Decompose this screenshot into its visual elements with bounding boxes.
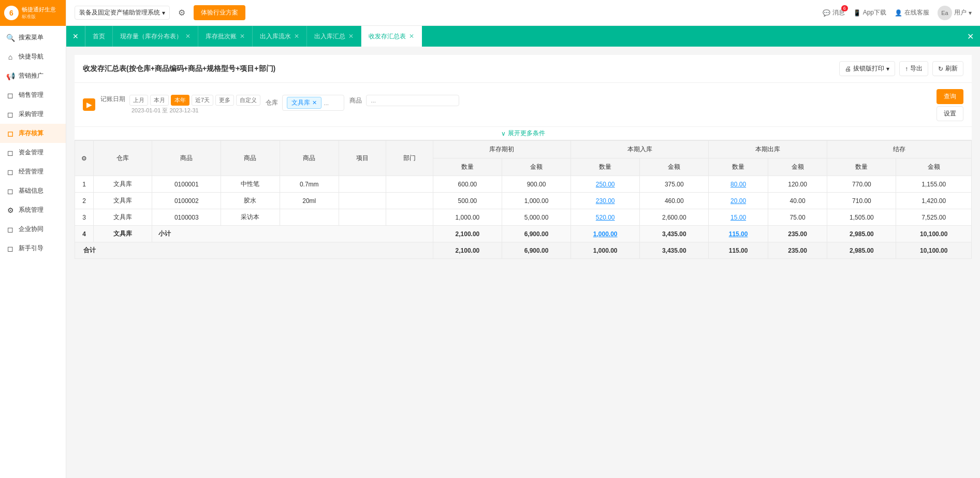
tab-close-icon[interactable]: ✕ — [294, 33, 299, 40]
warehouse-tag: 文具库 ✕ — [287, 97, 321, 109]
expand-icon: ∨ — [501, 130, 506, 137]
sidebar-item-quicknav[interactable]: ⌂ 快捷导航 — [0, 47, 66, 66]
tab-inout-flow[interactable]: 出入库流水 ✕ — [253, 26, 307, 47]
finance-icon: ◻ — [6, 149, 14, 157]
row-out-qty[interactable]: 80.00 — [709, 176, 768, 193]
tab-close-icon[interactable]: ✕ — [409, 33, 414, 40]
row-name: 胶水 — [221, 193, 280, 209]
row-opening-qty: 500.00 — [433, 193, 502, 209]
goods-more-btn[interactable]: ... — [371, 97, 376, 104]
subtotal-opening-amt: 6,900.00 — [502, 226, 571, 242]
system-icon: ⚙ — [6, 206, 14, 214]
tab-close-icon[interactable]: ✕ — [240, 33, 245, 40]
row-warehouse: 文具库 — [94, 193, 152, 209]
warehouse-tag-close[interactable]: ✕ — [312, 99, 317, 106]
tab-home[interactable]: 首页 — [85, 26, 113, 47]
subtotal-out-qty[interactable]: 115.00 — [709, 226, 768, 242]
content-header: 收发存汇总表(按仓库+商品编码+商品+规格型号+项目+部门) 🖨 拔锁版打印 ▾… — [75, 55, 972, 83]
row-out-qty[interactable]: 20.00 — [709, 193, 768, 209]
row-in-qty[interactable]: 250.00 — [571, 176, 640, 193]
trial-button[interactable]: 体验行业方案 — [194, 5, 245, 20]
warehouse-input[interactable]: 文具库 ✕ ... — [282, 95, 344, 111]
close-all-tabs-button[interactable]: ✕ — [66, 26, 85, 47]
row-balance-amt: 1,420.00 — [896, 193, 972, 209]
sidebar-item-guide[interactable]: ◻ 新手引导 — [0, 239, 66, 258]
row-opening-amt: 1,000.00 — [502, 193, 571, 209]
total-balance-qty: 2,985.00 — [827, 242, 896, 259]
date-btn-7days[interactable]: 近7天 — [192, 95, 213, 106]
settings-icon[interactable]: ⚙ — [176, 6, 187, 20]
row-in-amt: 375.00 — [640, 176, 709, 193]
in-col-header: 本期入库 — [571, 141, 709, 158]
sidebar-item-operations[interactable]: ◻ 经营管理 — [0, 162, 66, 181]
export-button[interactable]: ↑ 导出 — [899, 61, 928, 76]
message-button[interactable]: 💬 消息 6 — [823, 8, 845, 17]
online-service-button[interactable]: 👤 在线客服 — [895, 8, 929, 17]
row-index: 3 — [75, 209, 94, 226]
basic-icon: ◻ — [6, 187, 14, 195]
logo-text: 畅捷通好生意 标准版 — [22, 6, 56, 20]
page-content: 收发存汇总表(按仓库+商品编码+商品+规格型号+项目+部门) 🖨 拔锁版打印 ▾… — [66, 47, 980, 478]
user-menu[interactable]: Ea 用户 ▾ — [938, 6, 972, 20]
expand-conditions-button[interactable]: ∨ 展开更多条件 — [501, 129, 545, 138]
total-balance-amt: 10,100.00 — [896, 242, 972, 259]
out-qty-header: 数量 — [709, 158, 768, 176]
settings-col-header[interactable]: ⚙ — [75, 141, 94, 176]
tab-inventory-distribution[interactable]: 现存量（库存分布表） ✕ — [113, 26, 198, 47]
query-button[interactable]: 查询 — [937, 89, 963, 104]
message-icon: 💬 — [823, 9, 830, 17]
row-in-qty[interactable]: 520.00 — [571, 209, 640, 226]
sidebar-item-search[interactable]: 🔍 搜索菜单 — [0, 28, 66, 47]
tab-batch-account[interactable]: 库存批次账 ✕ — [198, 26, 253, 47]
chevron-down-icon: ▾ — [886, 65, 889, 73]
print-button[interactable]: 🖨 拔锁版打印 ▾ — [839, 61, 895, 76]
sidebar-item-sales[interactable]: ◻ 销售管理 — [0, 85, 66, 105]
subtotal-out-amt: 235.00 — [768, 226, 827, 242]
date-btn-custom[interactable]: 自定义 — [236, 95, 260, 106]
system-selector[interactable]: 装备及固定资产辅助管理系统 ▾ — [75, 6, 170, 20]
sidebar-item-finance[interactable]: ◻ 资金管理 — [0, 143, 66, 162]
date-btn-this-month[interactable]: 本月 — [150, 95, 169, 106]
row-opening-amt: 5,000.00 — [502, 209, 571, 226]
in-amt-header: 金额 — [640, 158, 709, 176]
filter-toggle-button[interactable]: ▶ — [83, 98, 95, 111]
column-settings-button[interactable]: 设置 — [937, 106, 963, 121]
total-label: 合计 — [75, 242, 433, 259]
sidebar-item-system[interactable]: ⚙ 系统管理 — [0, 200, 66, 220]
date-btn-last-month[interactable]: 上月 — [129, 95, 148, 106]
warehouse-col-header: 仓库 — [94, 141, 152, 176]
date-btn-this-year[interactable]: 本年 — [171, 95, 189, 106]
home-icon: ⌂ — [6, 53, 14, 61]
goods-input[interactable]: ... — [366, 95, 459, 106]
in-qty-header: 数量 — [571, 158, 640, 176]
page-title: 收发存汇总表(按仓库+商品编码+商品+规格型号+项目+部门) — [83, 64, 275, 74]
close-current-tab-button[interactable]: ✕ — [961, 32, 980, 41]
tab-recv-send-summary[interactable]: 收发存汇总表 ✕ — [361, 26, 422, 47]
row-code: 0100001 — [152, 176, 221, 193]
sidebar-item-inventory[interactable]: ◻ 库存核算 — [0, 124, 66, 143]
row-opening-qty: 1,000.00 — [433, 209, 502, 226]
sidebar-item-marketing[interactable]: 📢 营销推广 — [0, 66, 66, 85]
tab-close-icon[interactable]: ✕ — [185, 33, 191, 40]
sales-icon: ◻ — [6, 91, 14, 99]
out-amt-header: 金额 — [768, 158, 827, 176]
row-out-qty[interactable]: 15.00 — [709, 209, 768, 226]
opening-col-header: 库存期初 — [433, 141, 571, 158]
refresh-button[interactable]: ↻ 刷新 — [932, 61, 963, 76]
opening-qty-header: 数量 — [433, 158, 502, 176]
sidebar-item-purchase[interactable]: ◻ 采购管理 — [0, 105, 66, 124]
row-spec: 20ml — [280, 193, 339, 209]
date-btn-more[interactable]: 更多 — [215, 95, 234, 106]
sidebar-item-basic[interactable]: ◻ 基础信息 — [0, 181, 66, 200]
warehouse-more-btn[interactable]: ... — [324, 99, 329, 107]
subtotal-in-qty[interactable]: 1,000.00 — [571, 226, 640, 242]
tab-inout-summary[interactable]: 出入库汇总 ✕ — [307, 26, 361, 47]
row-in-qty[interactable]: 230.00 — [571, 193, 640, 209]
app-download-button[interactable]: 📱 App下载 — [853, 8, 886, 17]
tab-close-icon[interactable]: ✕ — [348, 33, 354, 40]
phone-icon: 📱 — [853, 9, 861, 17]
sidebar-item-collab[interactable]: ◻ 企业协同 — [0, 220, 66, 239]
balance-qty-header: 数量 — [827, 158, 896, 176]
topbar: 装备及固定资产辅助管理系统 ▾ ⚙ 体验行业方案 💬 消息 6 📱 App下载 … — [66, 0, 980, 26]
subtotal-opening-qty: 2,100.00 — [433, 226, 502, 242]
